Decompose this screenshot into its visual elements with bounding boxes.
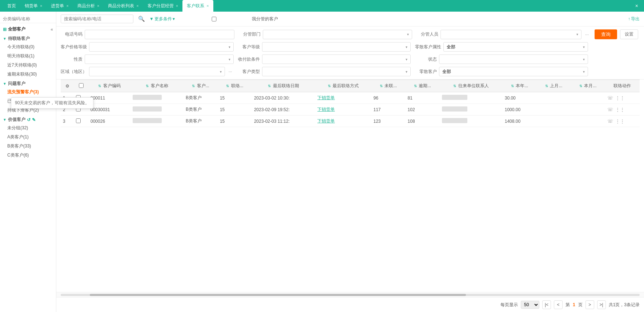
total-info: 共1页，3条记录 — [609, 302, 640, 308]
nature-select[interactable]: ▾ — [85, 54, 234, 64]
filter-phone: 电话号码 — [61, 30, 234, 39]
prev-page-button[interactable]: < — [554, 300, 563, 309]
row-actions-1: ☏ ⋮⋮ — [605, 104, 640, 116]
action-more-icon-2[interactable]: ⋮⋮ — [615, 118, 625, 124]
manager-arrow-icon: ▾ — [576, 32, 578, 36]
tab-customer-tier[interactable]: 客户分层经营 × — [143, 0, 182, 12]
close-tab-customer-tier[interactable]: × — [176, 4, 178, 8]
all-customers-header[interactable]: ⊞ 全部客户 « — [0, 25, 56, 34]
filter-actions: 查询 设置 — [595, 29, 640, 39]
row-type-0: B类客户 — [184, 92, 218, 104]
my-customers-checkbox[interactable] — [178, 17, 250, 21]
row-last-method-0[interactable]: 下销货单 — [315, 92, 371, 104]
customer-type-select[interactable]: ▾ — [262, 67, 411, 76]
action-contact-icon-2[interactable]: ☏ — [607, 118, 613, 124]
scrollbar-thumb[interactable] — [90, 294, 466, 296]
action-contact-icon-1[interactable]: ☏ — [607, 107, 613, 112]
action-contact-icon-0[interactable]: ☏ — [607, 95, 613, 101]
th-last-date[interactable]: ⇅ 最后联络日期 — [252, 80, 315, 92]
next-page-button[interactable]: > — [585, 300, 594, 309]
th-uncontacted[interactable]: ⇅ 未联... — [371, 80, 406, 92]
customer-level-select[interactable]: ▾ — [262, 42, 411, 52]
close-tab-goods-analysis[interactable]: × — [97, 4, 99, 8]
per-page-select[interactable]: 50 100 200 — [521, 301, 539, 309]
retail-attr-select[interactable]: 全部 ▾ — [443, 42, 588, 52]
sidebar-group-value[interactable]: ▼ 价值客户 ↺ ✎ — [0, 115, 56, 123]
tab-goods-analysis[interactable]: 商品分析 × — [73, 0, 104, 12]
first-page-button[interactable]: |< — [542, 300, 551, 309]
sidebar-item-churn-warning[interactable]: 流失预警客户(3) — [0, 88, 56, 97]
my-customers-checkbox-area[interactable]: 我分管的客户 — [178, 16, 278, 22]
th-last-month[interactable]: ⇅ 上月... — [537, 80, 571, 92]
sidebar-item-tomorrow[interactable]: 明天待联络(1) — [0, 52, 56, 61]
status-select[interactable]: ▾ — [439, 54, 588, 64]
last-page-button[interactable]: >| — [597, 300, 606, 309]
close-tab-customer-contact[interactable]: × — [206, 4, 209, 8]
row-last-method-1[interactable]: 下销货单 — [315, 104, 371, 116]
sidebar-item-c-class[interactable]: C类客户(6) — [0, 151, 56, 160]
sidebar-item-a-class[interactable]: A类客户(1) — [0, 133, 56, 142]
th-name[interactable]: ⇅ 客户名称 — [130, 80, 184, 92]
phone-input[interactable] — [85, 30, 234, 39]
tab-home[interactable]: 首页 — [3, 0, 20, 12]
sidebar-search-input[interactable] — [3, 16, 56, 21]
export-button[interactable]: ↑ 导出 — [628, 16, 640, 22]
settings-header[interactable]: ⚙ — [61, 80, 74, 92]
edit-icon[interactable]: ✎ — [32, 117, 36, 122]
th-this-month[interactable]: ⇅ 本月... — [571, 80, 605, 92]
search-input[interactable] — [61, 15, 133, 23]
row-this-year-2: 1408.00 — [503, 116, 537, 127]
query-button[interactable]: 查询 — [595, 29, 617, 39]
row-type-1: B类客户 — [184, 104, 218, 116]
horizontal-scrollbar[interactable] — [56, 292, 644, 297]
th-contacts[interactable]: ⇅ 往来单位联系人 — [440, 80, 503, 92]
sidebar-item-b-class[interactable]: B类客户(33) — [0, 142, 56, 151]
data-table: ⚙ ⇅ 客户编码 ⇅ 客户名称 — [61, 80, 640, 127]
th-contact-count[interactable]: ⇅ 联络... — [218, 80, 252, 92]
select-all-checkbox[interactable] — [79, 83, 84, 88]
row-contact-0: 15 — [218, 92, 252, 104]
tab-goods-list[interactable]: 商品分析列表 × — [104, 0, 143, 12]
sidebar-group-problem[interactable]: ▼ 问题客户 — [0, 79, 56, 88]
th-type[interactable]: ⇅ 客户... — [184, 80, 218, 92]
region-select[interactable]: ▾ — [89, 67, 225, 76]
dept-select[interactable]: ▾ — [263, 30, 412, 39]
current-page: 1 — [573, 302, 575, 307]
manager-select[interactable]: ▾ — [440, 30, 581, 39]
retail-customer-select[interactable]: 全部 ▾ — [439, 67, 588, 76]
th-last-method[interactable]: ⇅ 最后联络方式 — [315, 80, 371, 92]
close-tab-sales[interactable]: × — [40, 4, 42, 8]
sidebar-group-pending[interactable]: ▼ 待联络客户 — [0, 34, 56, 42]
sidebar-item-today[interactable]: 今天待联络(0) — [0, 42, 56, 52]
region-dots-button[interactable]: ··· — [227, 69, 234, 74]
sidebar-item-7days[interactable]: 近7天待联络(0) — [0, 61, 56, 70]
checkbox-header[interactable] — [74, 80, 88, 92]
more-conditions-button[interactable]: ▼ 更多条件 ▾ — [149, 16, 175, 22]
action-more-icon-1[interactable]: ⋮⋮ — [615, 107, 625, 112]
sort-icon-this-year: ⇅ — [511, 84, 514, 88]
action-more-icon-0[interactable]: ⋮⋮ — [615, 95, 625, 101]
th-this-year[interactable]: ⇅ 本年... — [503, 80, 537, 92]
th-overdue[interactable]: ⇅ 逾期... — [406, 80, 440, 92]
search-button[interactable]: 🔍 — [136, 14, 146, 24]
sidebar-item-ungrouped[interactable]: 未分组(32) — [0, 123, 56, 133]
filter-row-2: 客户价格等级 ▾ 客户等级 ▾ 零散客户属性 全部 — [61, 42, 640, 52]
close-tab-goods-list[interactable]: × — [136, 4, 138, 8]
page-total-label: 页 — [578, 302, 583, 308]
row-checkbox-2[interactable] — [74, 116, 88, 127]
row-this-month-2 — [571, 116, 605, 127]
sidebar-item-overdue-contact[interactable]: 逾期未联络(30) — [0, 70, 56, 79]
row-last-method-2[interactable]: 下销货单 — [315, 116, 371, 127]
price-level-select[interactable]: ▾ — [89, 42, 234, 52]
retail-customer-label: 零散客户 — [415, 69, 437, 75]
th-code[interactable]: ⇅ 客户编码 — [88, 80, 130, 92]
tab-customer-contact[interactable]: 客户联系 × — [182, 0, 213, 12]
close-tab-purchase[interactable]: × — [66, 4, 68, 8]
payment-select[interactable]: ▾ — [262, 54, 411, 64]
close-all-button[interactable]: × — [632, 3, 641, 9]
setting-button[interactable]: 设置 — [620, 29, 638, 39]
manager-dots-button[interactable]: ··· — [584, 32, 590, 37]
tab-purchase[interactable]: 进货单 × — [47, 0, 73, 12]
refresh-icon[interactable]: ↺ — [27, 117, 31, 122]
tab-sales[interactable]: 销货单 × — [20, 0, 47, 12]
